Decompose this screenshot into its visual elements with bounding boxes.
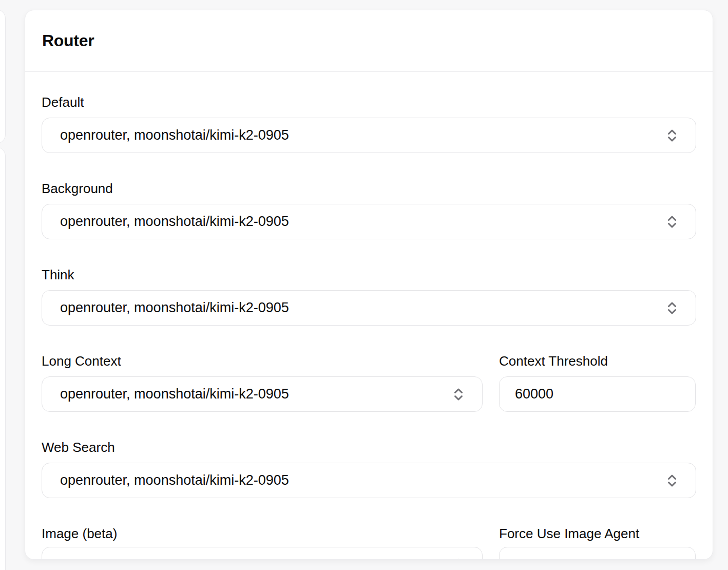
- image-model-select[interactable]: [42, 547, 483, 560]
- field-long-context: Long Context openrouter, moonshotai/kimi…: [42, 354, 483, 412]
- image-label: Image (beta): [42, 526, 483, 541]
- router-card-body: Default openrouter, moonshotai/kimi-k2-0…: [25, 72, 713, 560]
- web-search-label: Web Search: [42, 440, 696, 454]
- field-background: Background openrouter, moonshotai/kimi-k…: [42, 181, 696, 239]
- default-label: Default: [42, 95, 696, 109]
- chevron-up-down-icon: [667, 215, 677, 229]
- context-threshold-input[interactable]: [499, 376, 696, 412]
- router-settings-card: Router Default openrouter, moonshotai/ki…: [25, 10, 713, 560]
- field-web-search: Web Search openrouter, moonshotai/kimi-k…: [42, 440, 696, 498]
- field-force-use-image-agent: Force Use Image Agent: [499, 526, 696, 560]
- adjacent-card-edge-bottom: [0, 147, 6, 570]
- chevron-up-down-icon: [667, 129, 677, 142]
- long-context-model-select[interactable]: openrouter, moonshotai/kimi-k2-0905: [42, 376, 483, 412]
- page-title: Router: [42, 32, 94, 50]
- field-image: Image (beta): [42, 526, 483, 560]
- force-use-image-agent-label: Force Use Image Agent: [499, 526, 696, 541]
- field-context-threshold: Context Threshold: [499, 354, 696, 412]
- background-model-value: openrouter, moonshotai/kimi-k2-0905: [60, 214, 289, 230]
- chevron-up-down-icon: [453, 558, 464, 560]
- router-card-header: Router: [25, 10, 713, 72]
- adjacent-card-edge-top: [0, 9, 6, 144]
- default-model-select[interactable]: openrouter, moonshotai/kimi-k2-0905: [42, 118, 696, 153]
- web-search-model-select[interactable]: openrouter, moonshotai/kimi-k2-0905: [42, 463, 696, 498]
- background-model-select[interactable]: openrouter, moonshotai/kimi-k2-0905: [42, 204, 696, 239]
- force-use-image-agent-input[interactable]: [499, 547, 696, 560]
- long-context-model-value: openrouter, moonshotai/kimi-k2-0905: [60, 386, 289, 402]
- default-model-value: openrouter, moonshotai/kimi-k2-0905: [60, 127, 289, 143]
- chevron-up-down-icon: [667, 301, 677, 315]
- background-label: Background: [42, 181, 696, 196]
- field-default: Default openrouter, moonshotai/kimi-k2-0…: [42, 95, 696, 153]
- field-long-context-row: Long Context openrouter, moonshotai/kimi…: [42, 354, 696, 412]
- long-context-label: Long Context: [42, 354, 483, 368]
- chevron-up-down-icon: [453, 388, 464, 401]
- web-search-model-value: openrouter, moonshotai/kimi-k2-0905: [60, 472, 289, 488]
- think-model-value: openrouter, moonshotai/kimi-k2-0905: [60, 300, 289, 316]
- think-model-select[interactable]: openrouter, moonshotai/kimi-k2-0905: [42, 290, 696, 326]
- context-threshold-label: Context Threshold: [499, 354, 696, 368]
- field-think: Think openrouter, moonshotai/kimi-k2-090…: [42, 268, 696, 326]
- field-image-row: Image (beta) Force Use Image Agent: [42, 526, 696, 560]
- chevron-up-down-icon: [667, 474, 677, 487]
- think-label: Think: [42, 268, 696, 282]
